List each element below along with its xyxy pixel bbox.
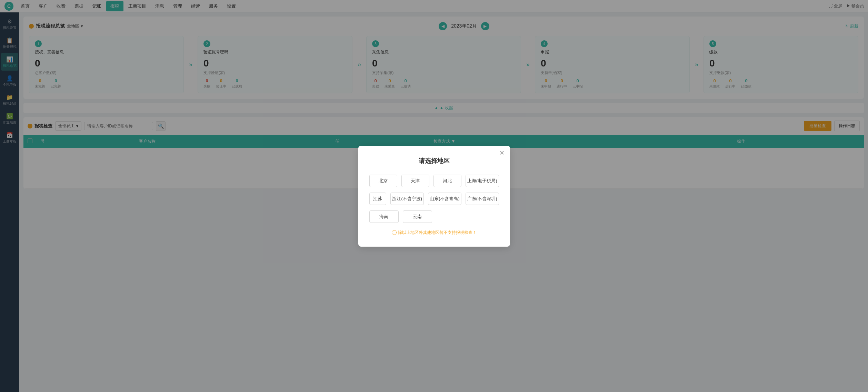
modal-title: 请选择地区 <box>369 157 499 165</box>
region-placeholder-1 <box>436 210 466 223</box>
region-btn-beijing[interactable]: 北京 <box>369 175 397 187</box>
region-grid-row1: 北京 天津 河北 上海(电子税局) <box>369 175 499 187</box>
modal-close-button[interactable]: ✕ <box>499 150 505 156</box>
modal-overlay[interactable]: ✕ 请选择地区 北京 天津 河北 上海(电子税局) 江苏 浙江(不含宁波) 山东… <box>0 0 868 392</box>
region-select-modal: ✕ 请选择地区 北京 天津 河北 上海(电子税局) 江苏 浙江(不含宁波) 山东… <box>358 146 510 247</box>
region-btn-tianjin[interactable]: 天津 <box>401 175 429 187</box>
region-btn-yunnan[interactable]: 云南 <box>403 210 432 223</box>
region-grid-row2: 江苏 浙江(不含宁波) 山东(不含青岛) 广东(不含深圳) <box>369 193 499 205</box>
region-btn-hebei[interactable]: 河北 <box>433 175 461 187</box>
region-btn-hainan[interactable]: 海南 <box>369 210 399 223</box>
region-btn-shandong[interactable]: 山东(不含青岛) <box>428 193 461 205</box>
modal-warning: ! 除以上地区外其他地区暂不支持报税检查！ <box>369 230 499 236</box>
region-placeholder-2 <box>470 210 499 223</box>
region-grid-row3: 海南 云南 <box>369 210 499 223</box>
region-btn-zhejiang[interactable]: 浙江(不含宁波) <box>390 193 424 205</box>
warning-icon: ! <box>392 230 397 235</box>
region-btn-shanghai[interactable]: 上海(电子税局) <box>466 175 499 187</box>
region-btn-jiangsu[interactable]: 江苏 <box>369 193 387 205</box>
region-btn-guangdong[interactable]: 广东(不含深圳) <box>466 193 499 205</box>
